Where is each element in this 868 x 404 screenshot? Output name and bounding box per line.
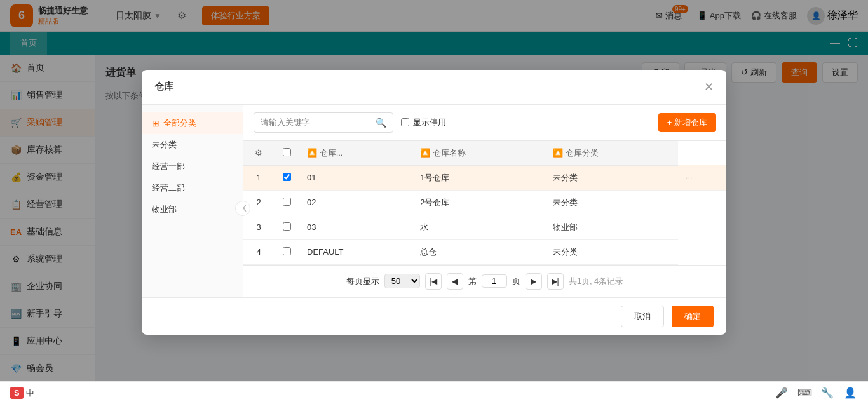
show-disabled-label: 显示停用: [413, 117, 446, 128]
cat-label-all: 全部分类: [163, 118, 196, 129]
sidebar-collapse-btn[interactable]: 《: [235, 201, 250, 216]
th-category: 🔼 仓库分类: [545, 141, 678, 166]
row-name: 水: [412, 215, 545, 239]
cat-label-dept2: 经营二部: [152, 182, 185, 194]
row-checkbox[interactable]: [274, 190, 299, 215]
row-name: 2号仓库: [412, 190, 545, 215]
th-checkbox: [274, 141, 299, 166]
row-category: 未分类: [545, 165, 678, 190]
cat-label-uncat: 未分类: [152, 139, 177, 151]
row-code: 03: [299, 215, 412, 239]
keyboard-icon-btn[interactable]: ⌨: [797, 386, 812, 401]
pagination: 每页显示 50 10 20 100 |◀ ◀ 第 页 ▶: [243, 265, 726, 297]
modal-category-sidebar: 《 ⊞ 全部分类 未分类 经营一部 经营二部 物业部: [142, 105, 243, 297]
table-head: ⚙ 🔼 仓库... 🔼 仓库名称: [243, 141, 726, 166]
table-body: 1 01 1号仓库 未分类 ··· 2 02 2号仓库 未分类 3 03 水 物…: [243, 165, 726, 264]
th-category-sort-icon: 🔼: [553, 148, 566, 158]
modal-overlay: 仓库 ✕ 《 ⊞ 全部分类 未分类 经营一部 经营二部: [0, 0, 868, 404]
th-code-label: 🔼: [307, 148, 320, 158]
page-size-label: 每页显示: [346, 276, 379, 287]
th-name-sort-icon: 🔼: [420, 148, 433, 158]
page-word2: 页: [512, 276, 520, 287]
cancel-button[interactable]: 取消: [621, 306, 664, 327]
search-input[interactable]: [261, 118, 376, 127]
show-disabled-checkbox[interactable]: 显示停用: [401, 117, 446, 128]
confirm-button[interactable]: 确定: [672, 306, 714, 327]
th-name: 🔼 仓库名称: [412, 141, 545, 166]
row-category: 未分类: [545, 239, 678, 264]
sougou-logo: S: [10, 387, 24, 399]
cat-item-all[interactable]: ⊞ 全部分类: [142, 112, 243, 134]
bottom-bar: S 中 🎤 ⌨ 🔧 👤: [0, 381, 868, 404]
cat-label-property: 物业部: [152, 204, 177, 215]
cat-item-dept2[interactable]: 经营二部: [142, 177, 243, 199]
warehouse-table: ⚙ 🔼 仓库... 🔼 仓库名称: [243, 141, 726, 265]
row-checkbox[interactable]: [274, 165, 299, 190]
row-category: 未分类: [545, 190, 678, 215]
disabled-checkbox-input[interactable]: [401, 118, 409, 126]
row-index: 1: [243, 165, 274, 190]
modal-close-icon[interactable]: ✕: [704, 80, 714, 94]
row-index: 3: [243, 215, 274, 239]
table-row[interactable]: 3 03 水 物业部: [243, 215, 726, 239]
first-page-btn[interactable]: |◀: [425, 273, 442, 290]
table-row[interactable]: 4 DEFAULT 总仓 未分类: [243, 239, 726, 264]
mic-icon-btn[interactable]: 🎤: [774, 386, 789, 401]
grid-icon: ⊞: [152, 118, 159, 128]
search-icon: 🔍: [376, 118, 386, 128]
table-header-row: ⚙ 🔼 仓库... 🔼 仓库名称: [243, 141, 726, 166]
page-size-select[interactable]: 50 10 20 100: [384, 274, 420, 288]
row-category: 物业部: [545, 215, 678, 239]
modal-header: 仓库 ✕: [142, 70, 726, 105]
cat-item-property[interactable]: 物业部: [142, 199, 243, 220]
prev-page-btn[interactable]: ◀: [447, 273, 463, 290]
row-checkbox[interactable]: [274, 239, 299, 264]
row-index: 4: [243, 239, 274, 264]
modal-toolbar: 🔍 显示停用 + 新增仓库: [243, 105, 726, 141]
table-row[interactable]: 2 02 2号仓库 未分类: [243, 190, 726, 215]
row-name: 总仓: [412, 239, 545, 264]
warehouse-modal: 仓库 ✕ 《 ⊞ 全部分类 未分类 经营一部 经营二部: [142, 70, 726, 335]
row-more-icon[interactable]: ···: [686, 173, 693, 182]
total-info: 共1页, 4条记录: [569, 276, 624, 287]
row-checkbox[interactable]: [274, 215, 299, 239]
search-box[interactable]: 🔍: [254, 112, 393, 133]
row-code: 02: [299, 190, 412, 215]
page-word: 第: [468, 276, 477, 287]
table: ⚙ 🔼 仓库... 🔼 仓库名称: [243, 141, 726, 265]
next-page-btn[interactable]: ▶: [526, 273, 542, 290]
cat-item-uncat[interactable]: 未分类: [142, 134, 243, 156]
row-code: DEFAULT: [299, 239, 412, 264]
th-code: 🔼 仓库...: [299, 141, 412, 166]
cat-label-dept1: 经营一部: [152, 161, 185, 172]
modal-title: 仓库: [154, 81, 173, 93]
page-size-dropdown[interactable]: 50 10 20 100: [384, 274, 420, 288]
th-settings: ⚙: [243, 141, 274, 166]
row-actions[interactable]: ···: [678, 165, 726, 190]
cat-item-dept1[interactable]: 经营一部: [142, 156, 243, 177]
new-warehouse-btn[interactable]: + 新增仓库: [658, 113, 716, 132]
modal-content-area: 🔍 显示停用 + 新增仓库 ⚙: [243, 105, 726, 297]
page-number-input[interactable]: [482, 274, 507, 288]
row-code: 01: [299, 165, 412, 190]
last-page-btn[interactable]: ▶|: [547, 273, 564, 290]
input-method-label: 中: [26, 387, 34, 399]
table-row[interactable]: 1 01 1号仓库 未分类 ···: [243, 165, 726, 190]
row-name: 1号仓库: [412, 165, 545, 190]
modal-body: 《 ⊞ 全部分类 未分类 经营一部 经营二部 物业部: [142, 105, 726, 297]
select-all-checkbox[interactable]: [283, 148, 291, 156]
modal-footer: 取消 确定: [142, 297, 726, 335]
user-icon-btn[interactable]: 👤: [843, 386, 858, 401]
tools-icon-btn[interactable]: 🔧: [820, 386, 835, 401]
